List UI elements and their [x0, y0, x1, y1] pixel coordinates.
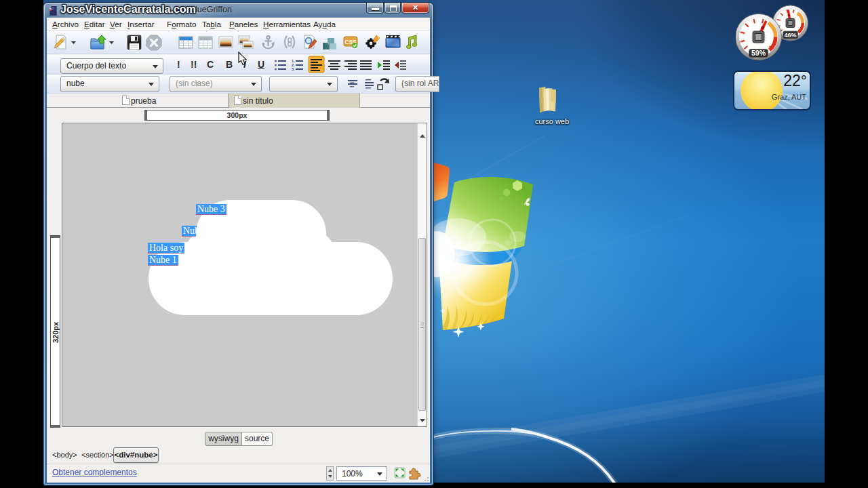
svg-text:59%: 59% [751, 49, 766, 57]
svg-text:3.: 3. [292, 67, 295, 71]
svg-text:46%: 46% [784, 32, 796, 39]
